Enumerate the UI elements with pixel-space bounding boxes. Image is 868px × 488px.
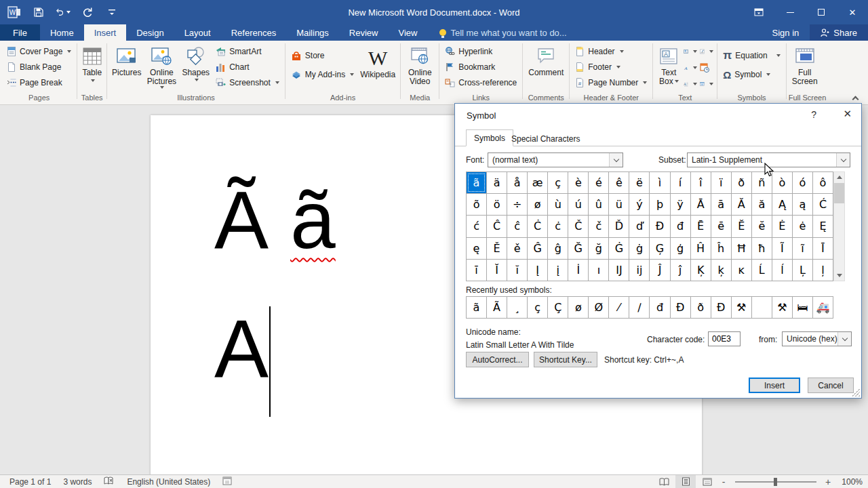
symbol-cell[interactable]: Ă [732,194,751,215]
symbol-cell[interactable]: ĥ [711,238,731,259]
share-button[interactable]: Share [810,24,868,41]
symbol-cell[interactable]: õ [467,194,486,215]
help-icon[interactable]: ? [811,109,816,120]
symbol-cell[interactable]: Ē [691,216,711,237]
smartart-button[interactable]: SmartArt [212,43,283,59]
symbol-cell[interactable]: ĩ [793,238,812,259]
customize-qat-icon[interactable] [104,5,119,20]
shortcut-key-button[interactable]: Shortcut Key... [534,352,597,367]
symbol-cell[interactable]: þ [650,194,669,215]
symbol-cell[interactable]: Ĵ [650,260,669,281]
tab-mailings[interactable]: Mailings [286,24,339,41]
drop-cap-button[interactable]: A [682,76,698,92]
symbol-cell[interactable]: ï [711,172,731,193]
symbol-cell[interactable]: ā [711,194,731,215]
symbol-cell[interactable]: ě [507,238,527,259]
symbol-cell[interactable]: ĵ [671,260,690,281]
symbol-cell[interactable]: Ě [487,238,507,259]
symbol-cell[interactable]: Ĳ [609,260,629,281]
tell-me-box[interactable]: Tell me what you want to do... [427,24,566,41]
tab-design[interactable]: Design [126,24,174,41]
symbol-cell[interactable]: æ [528,172,547,193]
page-number-button[interactable]: # Page Number [572,75,650,90]
signature-line-button[interactable] [698,43,715,60]
symbol-cell[interactable]: ĭ [507,260,527,281]
online-video-button[interactable]: Online Video [403,42,437,86]
tab-insert[interactable]: Insert [84,24,127,41]
symbol-cell[interactable]: ý [629,194,649,215]
symbol-cell[interactable]: ď [629,216,649,237]
symbol-cell[interactable]: 🚑 [813,297,833,318]
ribbon-display-options-icon[interactable] [743,0,774,24]
online-pictures-button[interactable]: Online Pictures [144,42,179,89]
symbol-cell[interactable]: ķ [711,260,731,281]
tab-references[interactable]: References [221,24,286,41]
symbol-cell[interactable]: ó [793,172,812,193]
symbol-cell[interactable]: ĸ [732,260,751,281]
symbol-cell[interactable]: ÷ [507,194,527,215]
symbol-cell[interactable]: ì [650,172,669,193]
symbol-cell[interactable]: Ķ [691,260,711,281]
symbol-cell[interactable]: ¸ [507,297,527,318]
symbol-cell[interactable]: ö [487,194,507,215]
symbol-cell[interactable]: ğ [589,238,608,259]
word-count[interactable]: 3 words [57,477,98,487]
symbol-cell[interactable]: ĉ [507,216,527,237]
symbol-cell[interactable]: 🛏 [793,297,812,318]
dialog-header[interactable]: Symbol ? ✕ [455,104,861,127]
symbol-cell[interactable]: Į [528,260,547,281]
dialog-close-icon[interactable]: ✕ [843,108,852,120]
language-indicator[interactable]: English (United States) [121,477,216,487]
symbol-cell[interactable]: å [507,172,527,193]
symbol-cell[interactable]: į [548,260,568,281]
symbol-cell[interactable]: ı [589,260,608,281]
symbol-cell[interactable]: Ċ [528,216,547,237]
symbol-cell[interactable]: Ę [813,216,833,237]
symbol-cell[interactable]: ð [732,172,751,193]
symbol-cell[interactable]: č [589,216,608,237]
symbol-cell[interactable]: Č [568,216,588,237]
symbol-cell[interactable]: è [568,172,588,193]
print-layout-button[interactable] [675,475,696,488]
symbol-cell[interactable]: ą [793,194,812,215]
symbol-cell[interactable]: Ď [609,216,629,237]
symbol-cell[interactable]: Đ [671,297,690,318]
symbol-cell[interactable]: İ [568,260,588,281]
symbol-cell[interactable]: ã [467,297,486,318]
zoom-level[interactable]: 100% [834,477,863,487]
symbol-cell[interactable]: Ą [772,194,792,215]
symbol-cell[interactable]: ĕ [752,216,772,237]
symbol-cell[interactable]: ú [568,194,588,215]
symbol-cell[interactable]: ħ [752,238,772,259]
pictures-button[interactable]: Pictures [109,42,144,77]
symbol-cell[interactable]: ć [467,216,486,237]
tab-file[interactable]: File [0,24,40,41]
insert-button[interactable]: Insert [749,378,800,393]
symbol-cell[interactable] [752,297,772,318]
web-layout-button[interactable] [697,475,717,488]
symbol-cell[interactable]: đ [650,297,669,318]
date-time-button[interactable] [698,60,715,76]
symbol-cell[interactable]: ⚒ [772,297,792,318]
symbol-cell[interactable]: ç [548,172,568,193]
page-indicator[interactable]: Page 1 of 1 [0,477,57,487]
symbol-cell[interactable]: ê [609,172,629,193]
page-break-button[interactable]: Page Break [3,75,75,90]
symbol-cell[interactable]: í [671,172,690,193]
zoom-out-button[interactable]: - [719,476,728,487]
symbol-cell[interactable]: ĳ [629,260,649,281]
symbol-cell[interactable]: ø [528,194,547,215]
cover-page-button[interactable]: Cover Page [3,43,75,59]
symbol-cell[interactable]: ë [629,172,649,193]
hyperlink-button[interactable]: Hyperlink [441,43,520,59]
symbol-cell[interactable]: ⁄ [609,297,629,318]
symbol-cell[interactable]: ∕ [629,297,649,318]
autocorrect-button[interactable]: AutoCorrect... [466,352,529,367]
symbol-cell[interactable]: Ĥ [691,238,711,259]
chevron-down-icon[interactable] [836,153,850,167]
scrollbar-thumb[interactable] [834,183,844,203]
bookmark-button[interactable]: Bookmark [441,59,520,75]
undo-icon[interactable] [56,5,71,20]
maximize-button[interactable] [806,0,837,24]
tab-view[interactable]: View [388,24,427,41]
